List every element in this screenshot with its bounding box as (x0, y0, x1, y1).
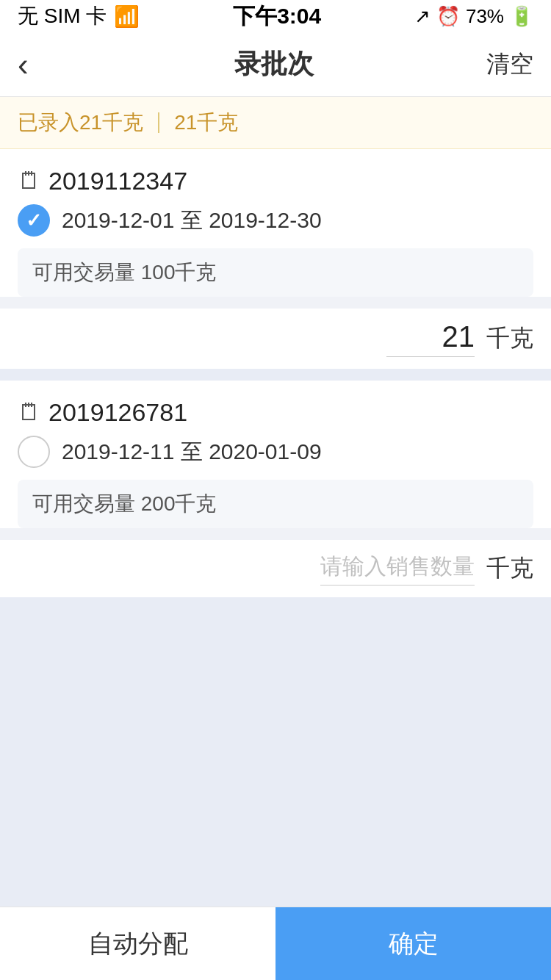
radio-unchecked-2[interactable] (18, 436, 50, 468)
quantity-input-area-2[interactable]: 请输入销售数量 千克 (320, 552, 533, 586)
clear-button[interactable]: 清空 (486, 48, 533, 81)
empty-area (0, 609, 551, 947)
batch-id-2: 2019126781 (48, 398, 187, 427)
available-box-2: 可用交易量 200千克 (18, 480, 533, 528)
status-time: 下午3:04 (233, 1, 321, 32)
batch-date-row-2[interactable]: 2019-12-11 至 2020-01-09 (18, 436, 533, 468)
quantity-input-area-1: 21 千克 (386, 320, 533, 357)
available-box-1: 可用交易量 100千克 (18, 248, 533, 297)
batch-card-1: 🗒 2019112347 2019-12-01 至 2019-12-30 可用交… (0, 149, 551, 297)
batch-date-row-1[interactable]: 2019-12-01 至 2019-12-30 (18, 204, 533, 237)
batch-card-2: 🗒 2019126781 2019-12-11 至 2020-01-09 可用交… (0, 381, 551, 528)
batch-date-2: 2019-12-11 至 2020-01-09 (62, 437, 322, 467)
quantity-row-1: 21 千克 (0, 309, 551, 369)
batch-doc-icon-1: 🗒 (18, 167, 41, 195)
quantity-placeholder-2: 请输入销售数量 (320, 554, 475, 578)
batch-header-2: 🗒 2019126781 (18, 398, 533, 427)
sim-label: 无 SIM 卡 (18, 2, 107, 30)
total-amount: 21千克 (174, 109, 238, 137)
auto-distribute-button[interactable]: 自动分配 (0, 907, 276, 980)
info-banner: 已录入21千克 21千克 (0, 97, 551, 149)
radio-checked-1[interactable] (18, 204, 50, 237)
nav-bar: ‹ 录批次 清空 (0, 32, 551, 97)
quantity-value-1: 21 (442, 320, 475, 353)
quantity-underline-1: 21 (386, 320, 475, 357)
info-divider (158, 112, 159, 133)
batch-id-1: 2019112347 (48, 167, 187, 195)
wifi-icon: 📶 (114, 4, 140, 29)
battery-icon: 🔋 (510, 5, 533, 28)
quantity-underline-2[interactable]: 请输入销售数量 (320, 552, 475, 586)
section-divider-1 (0, 369, 551, 381)
page-title: 录批次 (234, 46, 314, 82)
quantity-unit-2: 千克 (486, 552, 533, 585)
alarm-icon: ⏰ (436, 5, 460, 28)
back-button[interactable]: ‹ (18, 46, 62, 83)
batch-date-1: 2019-12-01 至 2019-12-30 (62, 206, 322, 236)
batch-header-1: 🗒 2019112347 (18, 167, 533, 195)
quantity-row-2: 请输入销售数量 千克 (0, 540, 551, 597)
batch-doc-icon-2: 🗒 (18, 399, 41, 426)
section-divider-2 (0, 597, 551, 609)
bottom-bar: 自动分配 确定 (0, 907, 551, 980)
confirm-button[interactable]: 确定 (276, 907, 551, 980)
recorded-amount: 已录入21千克 (18, 109, 143, 137)
quantity-unit-1: 千克 (486, 323, 533, 355)
status-left: 无 SIM 卡 📶 (18, 2, 140, 30)
battery-label: 73% (466, 5, 504, 28)
status-bar: 无 SIM 卡 📶 下午3:04 ↗ ⏰ 73% 🔋 (0, 0, 551, 32)
location-icon: ↗ (414, 5, 431, 28)
status-right: ↗ ⏰ 73% 🔋 (414, 5, 533, 28)
